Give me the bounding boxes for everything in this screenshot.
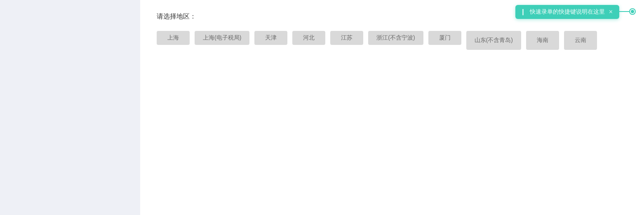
tooltip-text: 快速录单的快捷键说明在这里 xyxy=(530,8,605,16)
region-btn-yunnan[interactable]: 云南 xyxy=(564,31,597,50)
region-btn-zhejiang[interactable]: 浙江(不含宁波) xyxy=(368,31,423,45)
region-btn-shanghai[interactable]: 上海 xyxy=(157,31,190,45)
region-row-1: 上海 上海(电子税局) 天津 河北 江苏 浙江(不含宁波) 厦门 xyxy=(157,31,461,45)
region-btn-tianjin[interactable]: 天津 xyxy=(254,31,287,45)
left-sidebar xyxy=(0,0,140,215)
region-btn-jiangsu[interactable]: 江苏 xyxy=(330,31,363,45)
region-btn-hebei[interactable]: 河北 xyxy=(292,31,325,45)
region-btn-hainan[interactable]: 海南 xyxy=(526,31,559,50)
region-btn-shanghai-etax[interactable]: 上海(电子税局) xyxy=(195,31,249,45)
region-row-2: 山东(不含青岛) 海南 云南 xyxy=(466,31,597,50)
tooltip-close-button[interactable]: × xyxy=(609,9,613,15)
region-btn-xiamen[interactable]: 厦门 xyxy=(428,31,461,45)
region-button-group: 上海 上海(电子税局) 天津 河北 江苏 浙江(不含宁波) 厦门 山东(不含青岛… xyxy=(157,31,628,50)
region-btn-shandong[interactable]: 山东(不含青岛) xyxy=(466,31,521,50)
tooltip-banner: 快速录单的快捷键说明在这里 × xyxy=(515,5,619,19)
main-content: 请选择地区： 上海 上海(电子税局) 天津 河北 江苏 浙江(不含宁波) 厦门 … xyxy=(140,0,644,215)
tooltip-dot-indicator xyxy=(630,9,635,14)
tooltip-connector-line xyxy=(618,11,630,12)
